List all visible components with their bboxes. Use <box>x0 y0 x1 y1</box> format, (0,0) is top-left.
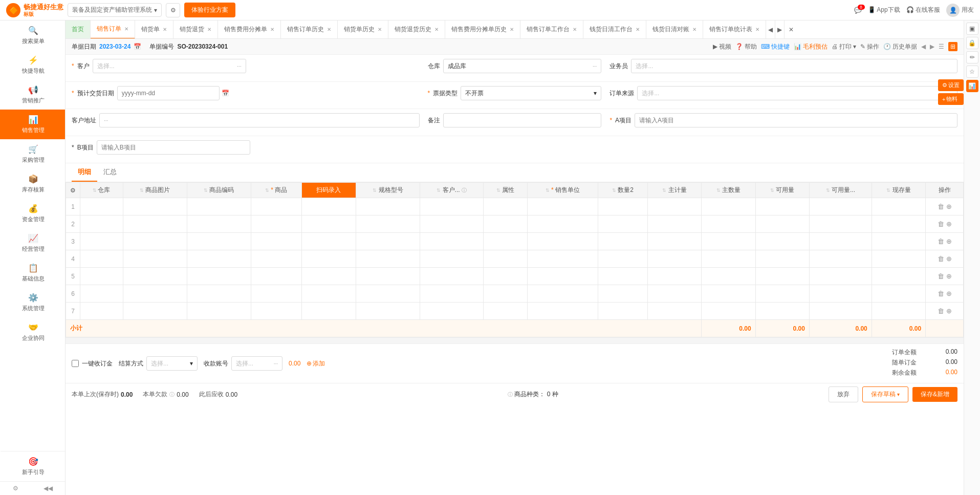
row-attribute[interactable] <box>484 198 528 216</box>
row-warehouse[interactable] <box>80 216 123 233</box>
tab-close-icon[interactable]: ✕ <box>163 27 167 32</box>
copy-icon[interactable]: ⊕ <box>946 238 952 245</box>
calendar-icon[interactable]: 📅 <box>222 90 229 97</box>
sidebar-settings-icon[interactable]: ⚙ <box>13 485 18 492</box>
row-main-qty[interactable] <box>702 198 755 216</box>
col-settings[interactable]: ⚙ <box>66 183 80 198</box>
col-product-code[interactable]: ⇅ 商品编码 <box>187 183 251 198</box>
add-button[interactable]: ⊕ 添加 <box>307 359 325 368</box>
tab-expense-history[interactable]: 销售费用分摊单历史 ✕ <box>445 20 520 39</box>
tab-close-icon[interactable]: ✕ <box>207 27 211 32</box>
customer-addr-select[interactable]: ··· <box>99 113 420 127</box>
row-product[interactable] <box>251 198 301 216</box>
b-project-input[interactable] <box>97 140 250 155</box>
row-warehouse[interactable] <box>80 233 123 250</box>
nav-next-icon[interactable]: ▶ <box>930 43 934 50</box>
row-main-qty[interactable] <box>702 216 755 233</box>
save-draft-button[interactable]: 保存草稿 ▾ <box>862 386 908 402</box>
row-main-unit[interactable] <box>647 198 701 216</box>
col-available-qty[interactable]: ⇅ 可用量 <box>755 183 809 198</box>
tab-close-icon[interactable]: ✕ <box>636 27 640 32</box>
sidebar-item-purchase[interactable]: 🛒 采购管理 <box>0 139 65 169</box>
copy-icon[interactable]: ⊕ <box>946 255 952 263</box>
warehouse-select[interactable]: 成品库 ··· <box>443 59 602 73</box>
tab-return-history[interactable]: 销货退货历史 ✕ <box>388 20 445 39</box>
settings-button[interactable]: ⚙ 设置 <box>938 79 964 91</box>
row-warehouse[interactable] <box>80 198 123 216</box>
shortcut-btn[interactable]: ⌨ 快捷键 <box>761 42 790 51</box>
profit-btn[interactable]: 📊 毛利预估 <box>794 42 827 51</box>
tab-sales-stats[interactable]: 销售订单统计表 ✕ <box>703 20 766 39</box>
row-available-qty2[interactable] <box>809 216 872 233</box>
rp-icon-layout[interactable]: ▣ <box>966 23 978 35</box>
row-customer-code[interactable] <box>420 216 484 233</box>
col-spec[interactable]: ⇅ 规格型号 <box>356 183 420 198</box>
tab-close-icon[interactable]: ✕ <box>573 27 577 32</box>
row-available-qty2[interactable] <box>809 198 872 216</box>
col-product[interactable]: ⇅ * 商品 <box>251 183 301 198</box>
col-qty2[interactable]: ⇅ 数量2 <box>598 183 648 198</box>
salesperson-select[interactable]: 选择... <box>631 59 957 73</box>
tab-close-icon[interactable]: ✕ <box>755 27 759 32</box>
tab-sales-order[interactable]: 销售订单 ✕ <box>91 20 135 39</box>
list-view-icon[interactable]: ☰ <box>939 43 944 50</box>
tab-cash-workbench[interactable]: 钱货日清工作台 ✕ <box>583 20 646 39</box>
rp-icon-star[interactable]: ☆ <box>966 66 978 78</box>
calendar-icon[interactable]: 📅 <box>134 43 141 50</box>
tab-close-icon[interactable]: ✕ <box>378 27 382 32</box>
tab-order-workbench[interactable]: 销售订单工作台 ✕ <box>520 20 583 39</box>
invoice-type-select[interactable]: 不开票 ▾ <box>461 86 601 100</box>
save-new-button[interactable]: 保存&新增 <box>912 387 957 402</box>
sidebar-collapse-icon[interactable]: ◀◀ <box>43 485 53 492</box>
sidebar-item-finance[interactable]: 💰 资金管理 <box>0 199 65 228</box>
tab-close-icon[interactable]: ✕ <box>510 27 514 32</box>
order-source-select[interactable]: 选择... <box>637 86 957 100</box>
copy-icon[interactable]: ⊕ <box>946 272 952 280</box>
delete-icon[interactable]: 🗑 <box>938 220 944 228</box>
col-main-unit[interactable]: ⇅ 主计量 <box>647 183 701 198</box>
row-available-qty[interactable] <box>755 216 809 233</box>
remark-input[interactable] <box>443 113 602 127</box>
message-notification[interactable]: 💬 8 <box>854 7 862 14</box>
row-spec[interactable] <box>356 198 420 216</box>
rp-icon-lock[interactable]: 🔒 <box>966 37 978 49</box>
grid-view-icon[interactable]: ⊞ <box>948 42 957 51</box>
settings-icon[interactable]: ⚙ <box>166 3 180 17</box>
row-sales-unit[interactable] <box>527 198 598 216</box>
sidebar-item-guide[interactable]: 🎯 新手引导 <box>0 451 65 481</box>
app-download-link[interactable]: 📱 App下载 <box>868 6 900 14</box>
tab-summary[interactable]: 汇总 <box>97 163 123 182</box>
sidebar-item-inventory[interactable]: 📦 库存核算 <box>0 169 65 199</box>
tab-close-icon[interactable]: ✕ <box>434 27 439 32</box>
copy-icon[interactable]: ⊕ <box>946 290 952 297</box>
sidebar-item-system[interactable]: ⚙️ 系统管理 <box>0 288 65 317</box>
row-main-unit[interactable] <box>647 216 701 233</box>
industry-button[interactable]: 体验行业方案 <box>184 3 235 17</box>
tab-detail[interactable]: 明细 <box>72 163 97 182</box>
row-attribute[interactable] <box>484 216 528 233</box>
delete-icon[interactable]: 🗑 <box>938 290 944 297</box>
col-sales-unit[interactable]: ⇅ * 销售单位 <box>527 183 598 198</box>
row-qty2[interactable] <box>598 198 648 216</box>
tab-nav-next[interactable]: ▶ <box>775 20 785 39</box>
discard-button[interactable]: 放弃 <box>829 386 858 402</box>
sidebar-item-quicknav[interactable]: ⚡ 快捷导航 <box>0 50 65 80</box>
nav-prev-icon[interactable]: ◀ <box>921 43 926 50</box>
delete-icon[interactable]: 🗑 <box>938 238 944 245</box>
sidebar-item-marketing[interactable]: 📢 营销推广 <box>0 80 65 110</box>
one-click-checkbox[interactable] <box>72 360 79 367</box>
tab-sales-expense[interactable]: 销售费用分摊单 ✕ <box>218 20 281 39</box>
system-name-dropdown[interactable]: 装备及固定资产辅助管理系统 ▾ <box>68 3 162 17</box>
copy-icon[interactable]: ⊕ <box>946 220 952 228</box>
delete-icon[interactable]: 🗑 <box>938 203 944 210</box>
add-item-button[interactable]: + 物料 <box>938 93 964 105</box>
customer-select[interactable]: 选择... ··· <box>93 59 246 73</box>
col-current-stock[interactable]: ⇅ 现存量 <box>872 183 925 198</box>
tab-close-icon[interactable]: ✕ <box>124 26 128 32</box>
col-customer-code[interactable]: ⇅ 客户... ⓘ <box>420 183 484 198</box>
delete-icon[interactable]: 🗑 <box>938 272 944 280</box>
col-main-qty[interactable]: ⇅ 主数量 <box>702 183 755 198</box>
row-product-image[interactable] <box>123 198 187 216</box>
sidebar-item-sales[interactable]: 📊 销售管理 <box>0 110 65 139</box>
tab-close-icon[interactable]: ✕ <box>692 27 696 32</box>
